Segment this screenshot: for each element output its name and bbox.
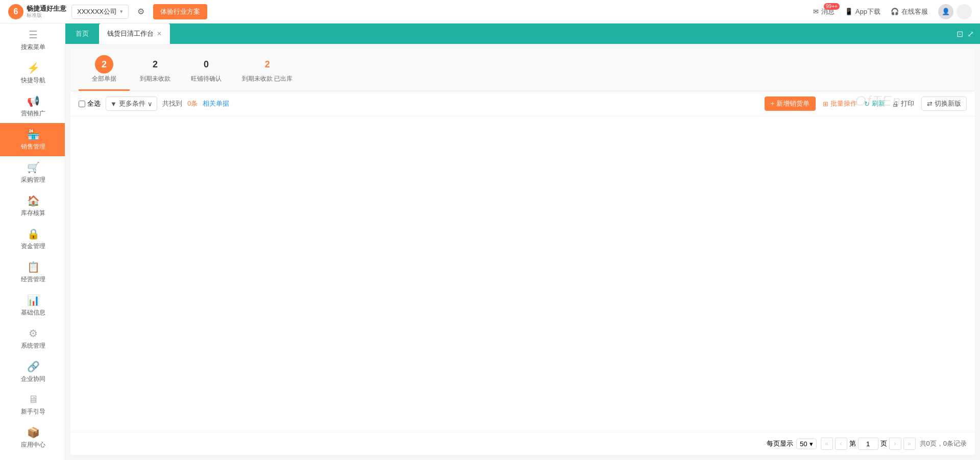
sidebar-item-search[interactable]: ☰ 搜索菜单 [0,23,65,57]
stat-count-shipped: 2 [258,55,277,74]
tab-home[interactable]: 首页 [65,23,99,44]
page-size-label: 每页显示 [767,439,793,448]
filter-button[interactable]: ▼ 更多条件 ∨ [106,96,157,111]
tab-minimize-icon[interactable]: ⊡ [957,29,963,39]
inventory-icon: 🏠 [27,195,40,207]
print-icon: 🖨 [892,100,899,108]
page-nav: « ‹ 第 1 页 › » [821,438,916,450]
sidebar-item-wxwork[interactable]: 💬 企业微信 [0,454,65,460]
tab-home-label: 首页 [76,29,89,38]
batch-label: 批量操作 [830,99,857,108]
sidebar-label-marketing: 营销推广 [21,109,45,118]
switch-label: 切换新版 [935,99,961,108]
sidebar-item-finance[interactable]: 🔒 资金管理 [0,223,65,256]
sales-icon: 🏪 [27,128,40,140]
page-size-value: 50 [800,440,807,448]
purchase-icon: 🛒 [27,161,40,174]
tab-bar: 首页 钱货日清工作台 ✕ ⊡ ⤢ [65,23,980,44]
tab-workbench-label: 钱货日清工作台 [107,29,154,38]
first-page-button[interactable]: « [821,438,833,450]
add-sale-order-button[interactable]: + 新增销货单 [765,96,816,111]
sidebar-item-system[interactable]: ⚙ 系统管理 [0,322,65,355]
sidebar-item-newbie[interactable]: 🖥 新手引导 [0,389,65,421]
quicknav-icon: ⚡ [27,62,40,74]
last-page-button[interactable]: » [903,438,916,450]
filter-icon: ▼ [110,100,117,108]
page-size-select[interactable]: 50 ▾ [796,439,816,449]
app-download-action[interactable]: 📱 App下载 [845,7,880,16]
stat-label-all: 全部单据 [92,75,116,83]
top-header: 6 畅捷通好生意 标准版 XXXXXX公司 ▾ ⚙ 体验行业方案 ✉ 消息 99… [0,0,980,23]
page-size-chevron-icon: ▾ [810,440,813,448]
pagination: 每页显示 50 ▾ « ‹ 第 1 页 › » [70,432,975,455]
switch-version-button[interactable]: ⇄ 切换新版 [921,96,967,111]
message-badge: 99+ [824,3,840,10]
sidebar-item-inventory[interactable]: 🏠 库存核算 [0,189,65,223]
select-all-checkbox[interactable]: 全选 [79,99,101,108]
basics-icon: 📊 [27,294,40,306]
system-icon: ⚙ [29,327,38,340]
print-button[interactable]: 🖨 打印 [892,99,914,108]
sidebar-item-appcenter[interactable]: 📦 应用中心 [0,421,65,454]
sidebar-item-quicknav[interactable]: ⚡ 快捷导航 [0,57,65,90]
stat-tab-overdue[interactable]: 2 到期未收款 [130,49,181,91]
related-link[interactable]: 相关单据 [203,99,229,108]
search-menu-icon: ☰ [29,29,38,41]
company-selector[interactable]: XXXXXX公司 ▾ [71,5,129,19]
trial-button[interactable]: 体验行业方案 [153,4,207,19]
settings-icon[interactable]: ⚙ [134,5,148,19]
stat-tab-all[interactable]: 2 全部单据 [79,49,130,91]
header-right: ✉ 消息 99+ 📱 App下载 🎧 在线客服 👤 [813,4,972,19]
marketing-icon: 📢 [27,95,40,107]
tab-workbench[interactable]: 钱货日清工作台 ✕ [99,23,170,44]
logo-area: 6 畅捷通好生意 标准版 [8,4,66,19]
enterprise-icon: 🔗 [27,360,40,373]
logo-icon: 6 [8,4,23,19]
found-text: 共找到 [162,99,182,108]
refresh-button[interactable]: ↻ 刷新 [864,99,885,108]
stat-count-all: 2 [95,55,113,74]
company-name: XXXXXX公司 [77,7,117,16]
download-icon: 📱 [845,8,853,15]
sidebar-item-marketing[interactable]: 📢 营销推广 [0,90,65,123]
online-service-label: 在线客服 [901,7,928,16]
page-input[interactable]: 1 [858,438,878,450]
batch-operation-button[interactable]: ⊞ 批量操作 [823,99,857,108]
tab-close-icon[interactable]: ✕ [157,31,162,37]
stats-tabs: 2 全部单据 2 到期未收款 0 旺铺待确认 2 到期未收款 已出库 [70,49,975,91]
app-subtitle: 标准版 [27,12,66,18]
header-left: 6 畅捷通好生意 标准版 XXXXXX公司 ▾ ⚙ 体验行业方案 [8,4,207,19]
sidebar-item-purchase[interactable]: 🛒 采购管理 [0,156,65,189]
stat-count-wangpu: 0 [197,55,215,74]
prev-page-button[interactable]: ‹ [835,438,847,450]
appcenter-icon: 📦 [27,426,40,439]
stat-label-overdue: 到期未收款 [140,75,170,83]
sidebar-label-search: 搜索菜单 [21,43,45,52]
operations-icon: 📋 [27,261,40,273]
avatar: 👤 [938,4,953,19]
sidebar-item-operations[interactable]: 📋 经营管理 [0,256,65,289]
sidebar-item-enterprise[interactable]: 🔗 企业协同 [0,355,65,389]
select-all-label: 全选 [87,99,101,108]
found-count: 0条 [187,99,198,108]
chevron-down-icon: ▾ [120,8,123,15]
toolbar-left: 全选 ▼ 更多条件 ∨ 共找到 0条 相关单据 [79,96,229,111]
select-all-input[interactable] [79,101,85,107]
next-page-button[interactable]: › [889,438,901,450]
page-suffix-label: 页 [880,439,887,448]
online-service-action[interactable]: 🎧 在线客服 [891,7,928,16]
finance-icon: 🔒 [27,228,40,240]
sidebar: ☰ 搜索菜单 ⚡ 快捷导航 📢 营销推广 🏪 销售管理 🛒 采购管理 🏠 库存核… [0,23,65,460]
tab-bar-actions: ⊡ ⤢ [957,29,980,39]
switch-icon: ⇄ [927,100,933,108]
sidebar-item-sales[interactable]: 🏪 销售管理 [0,123,65,156]
sidebar-label-enterprise: 企业协同 [21,375,45,383]
sidebar-label-newbie: 新手引导 [21,407,45,416]
message-action[interactable]: ✉ 消息 99+ [813,7,835,16]
stat-tab-shipped[interactable]: 2 到期未收款 已出库 [232,49,303,91]
avatar-area[interactable]: 👤 [938,4,972,19]
sidebar-label-sales: 销售管理 [21,142,45,151]
tab-expand-icon[interactable]: ⤢ [967,29,974,39]
stat-tab-wangpu[interactable]: 0 旺铺待确认 [181,49,232,91]
sidebar-item-basics[interactable]: 📊 基础信息 [0,289,65,322]
